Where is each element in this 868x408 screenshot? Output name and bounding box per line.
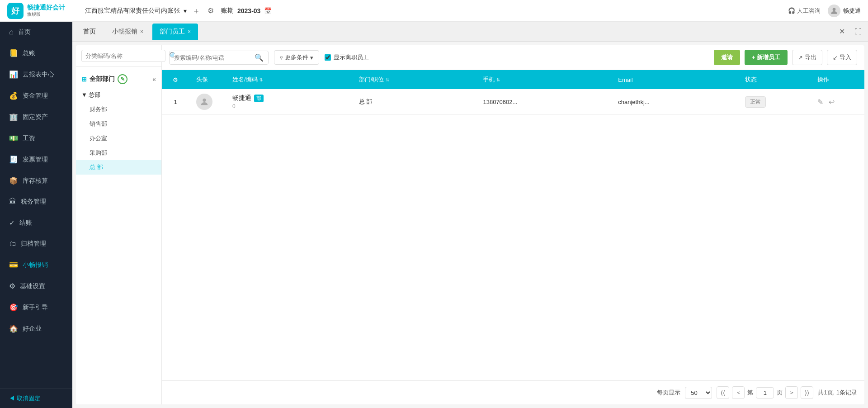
guide-icon: 🎯 [9,303,18,312]
dept-tree-item-general-sub[interactable]: 总 部 [76,160,161,175]
search-icon[interactable]: 🔍 [255,53,264,62]
sidebar-item-label-reports: 云报表中心 [23,71,54,79]
sidebar-item-archive[interactable]: 🗂 归档管理 [0,233,72,254]
chevron-down-icon: ▾ [310,54,313,61]
sidebar-item-settings[interactable]: ⚙ 基础设置 [0,275,72,297]
dept-search-area: 🔍 [76,45,161,67]
inventory-icon: 📦 [9,176,18,185]
pagination: 每页显示 50 100 200 ⟨⟨ ＜ 第 页 ＞ ⟩⟩ [162,380,864,404]
col-name-code[interactable]: 姓名/编码 ⇅ [225,70,352,89]
sidebar-item-fund[interactable]: 💰 资金管理 [0,85,72,106]
col-status-label: 状态 [745,76,757,83]
assets-icon: 🏢 [9,113,18,121]
ledger-icon: 📒 [9,49,18,57]
svg-point-0 [833,8,836,11]
name-code-area: 畅捷通 部 0 [232,94,344,109]
chart-icon: 📊 [9,70,18,79]
sidebar-item-close[interactable]: ✓ 结账 [0,212,72,233]
sidebar-item-expense[interactable]: 💳 小畅报销 [0,254,72,275]
fund-icon: 💰 [9,91,18,100]
status-badge: 正常 [745,96,766,108]
import-icon: ↙ [833,54,838,61]
tab-close-window-icon[interactable]: ✕ [835,25,848,38]
page-next-button[interactable]: ＞ [785,386,798,399]
page-first-button[interactable]: ⟨⟨ [717,386,729,399]
dept-tree-item-sales[interactable]: 销售部 [76,117,161,131]
tab-expense-close-icon[interactable]: × [140,28,143,35]
sidebar-item-label-invoice: 发票管理 [23,156,48,164]
tab-expense[interactable]: 小畅报销 × [105,24,151,40]
calendar-icon[interactable]: 📅 [264,7,272,14]
dept-tree-item-general[interactable]: ▼ 总部 [76,88,161,102]
home-icon: ⌂ [9,28,14,36]
dept-tree: ⊞ 全部部门 ✎ « ▼ 总部 财务部 销售部 办公室 [76,67,161,404]
sidebar-item-reports[interactable]: 📊 云报表中心 [0,64,72,85]
sidebar-item-enterprise[interactable]: 🏠 好企业 [0,318,72,339]
add-icon[interactable]: ＋ [192,5,200,16]
dept-tree-item-purchase[interactable]: 采购部 [76,146,161,160]
dept-badge: 部 [254,95,264,102]
sidebar-item-guide[interactable]: 🎯 新手引导 [0,297,72,318]
import-button[interactable]: ↙ 导入 [827,50,857,65]
dept-edit-icon[interactable]: ✎ [118,74,127,84]
cell-status: 正常 [738,89,810,115]
page-prev-button[interactable]: ＜ [732,386,745,399]
col-mobile[interactable]: 手机 ⇅ [476,70,611,89]
sidebar-item-home[interactable]: ⌂ 首页 [0,22,72,43]
export-button[interactable]: ↗ 导出 [792,50,822,65]
support-label: 人工咨询 [797,7,821,15]
sidebar-item-general-ledger[interactable]: 📒 总账 [0,43,72,64]
sort-name-icon: ⇅ [259,77,263,82]
period-label: 账期 [221,7,234,15]
invite-button[interactable]: 邀请 [714,50,740,65]
sidebar-item-salary[interactable]: 💵 工资 [0,128,72,149]
user-avatar [828,5,840,17]
add-employee-label: + 新增员工 [752,53,780,62]
dept-search-input[interactable] [81,50,165,62]
employee-search-input[interactable] [174,54,251,61]
user-area[interactable]: 畅捷通 [828,5,861,17]
tab-expense-label: 小畅报销 [112,28,137,36]
show-resigned-checkbox[interactable] [325,54,331,61]
dept-tree-item-office[interactable]: 办公室 [76,131,161,146]
close-account-icon: ✓ [9,218,15,227]
page-nav: ⟨⟨ ＜ 第 页 ＞ ⟩⟩ [717,386,813,399]
page-number-input[interactable] [756,387,774,399]
settings-icon[interactable]: ⚙ [208,6,214,15]
more-filter-button[interactable]: ▿ 更多条件 ▾ [274,50,319,65]
cell-name-code: 畅捷通 部 0 [225,89,352,115]
tab-home[interactable]: 首页 [76,24,103,40]
company-selector[interactable]: 江西服宝精品有限责任公司内账张 ▾ [80,7,192,15]
col-status: 状态 [738,70,810,89]
table-row: 1 畅捷通 [162,89,864,115]
sidebar-item-inventory[interactable]: 📦 库存核算 [0,170,72,191]
col-num[interactable]: ⚙ [162,70,189,89]
page-prefix-label: 第 [747,389,753,397]
sidebar-item-invoice[interactable]: 🧾 发票管理 [0,149,72,170]
sidebar-item-label-expense: 小畅报销 [23,261,48,269]
sidebar-item-tax[interactable]: 🏛 税务管理 [0,191,72,212]
logout-button[interactable]: ↩ [829,98,835,106]
dept-all-row[interactable]: ⊞ 全部部门 ✎ « [76,71,161,88]
unpin-button[interactable]: ◀ 取消固定 [0,389,72,408]
employee-data-table: ⚙ 头像 姓名/编码 ⇅ 部门/职位 ⇅ [162,70,864,115]
dept-tree-item-finance[interactable]: 财务部 [76,102,161,117]
page-last-button[interactable]: ⟩⟩ [801,386,813,399]
employee-name-text: 畅捷通 [232,94,251,102]
user-name: 畅捷通 [843,7,861,15]
per-page-select[interactable]: 50 100 200 [685,387,712,399]
support-button[interactable]: 🎧 人工咨询 [788,7,821,15]
sidebar-item-assets[interactable]: 🏢 固定资产 [0,106,72,128]
tab-dept-employee-close-icon[interactable]: × [188,28,191,35]
dept-collapse-icon[interactable]: « [152,76,156,83]
cell-email: chanjethkj... [611,89,738,115]
tab-dept-employee[interactable]: 部门员工 × [152,24,198,40]
sidebar-item-label-tax: 税务管理 [21,198,46,206]
add-employee-button[interactable]: + 新增员工 [745,50,788,65]
tab-bar: 首页 小畅报销 × 部门员工 × ✕ ⛶ [72,22,868,42]
edit-button[interactable]: ✎ [817,98,823,106]
archive-icon: 🗂 [9,240,16,248]
tab-maximize-icon[interactable]: ⛶ [852,25,864,38]
col-dept[interactable]: 部门/职位 ⇅ [352,70,476,89]
invite-label: 邀请 [721,54,733,61]
